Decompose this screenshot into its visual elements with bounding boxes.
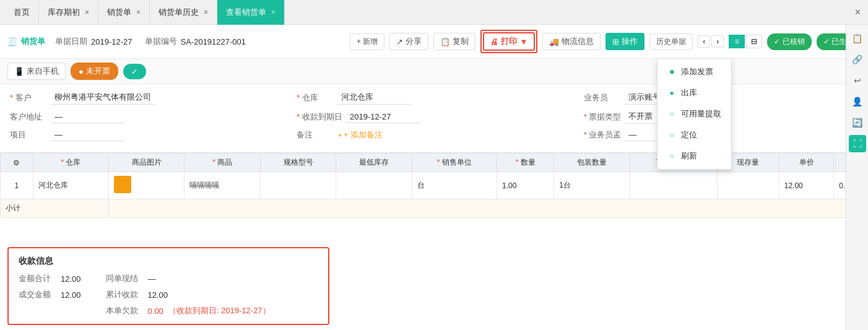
tab-view-sales-label: 查看销货单 [226, 7, 266, 18]
history-button[interactable]: 历史单据 [649, 33, 693, 50]
tab-inventory-close[interactable]: × [85, 8, 89, 17]
tab-bar: 首页 库存期初 × 销货单 × 销货单历史 × 查看销货单 × × [0, 0, 868, 25]
view-list-btn[interactable]: ≡ [729, 35, 745, 48]
sidebar-return-icon[interactable]: ↩ [849, 72, 866, 89]
doc-title-text: 销货单 [21, 36, 45, 47]
circle-icon-3: ○ [667, 131, 676, 139]
doc-number-value: SA-20191227-001 [181, 37, 246, 46]
payment-owed-label: 本单欠款 [106, 305, 143, 316]
nav-next[interactable]: › [711, 35, 724, 48]
warehouse-field: 仓库 河北仓库 [297, 90, 571, 105]
customer-value: 柳州粤港平安气体有限公司 [51, 90, 155, 105]
share-label: 分享 [406, 36, 422, 47]
pay-date-field: 收款到期日 2019-12-27 [297, 111, 571, 123]
bottom-section: 收款信息 金额合计 12.00 成交金额 12.00 同单现结 — [0, 242, 868, 330]
refresh-label: 刷新 [681, 150, 697, 162]
menu-available-pickup[interactable]: ○ 可用量提取 [658, 103, 731, 124]
payment-cumulative-item: 累计收款 12.00 [106, 289, 271, 300]
payment-same-label: 同单现结 [106, 273, 143, 284]
plus-icon: + [337, 131, 342, 140]
doc-date-label: 单据日期 [55, 36, 87, 47]
dropdown-menu: ■ 添加发票 ● 出库 ○ 可用量提取 ○ 定位 ○ 刷新 [657, 58, 732, 170]
sidebar-expand-icon[interactable]: ⛶ [849, 135, 866, 152]
ticket-type-label: 票据类型 [584, 111, 622, 123]
row-pack-qty: 1台 [554, 172, 630, 199]
out-warehouse-label: 出库 [681, 87, 697, 98]
row-quantity: 1.00 [497, 172, 554, 199]
not-opened-icon: ● [79, 67, 84, 76]
logistics-label: 物流信息 [562, 36, 594, 47]
payment-col-2: 同单现结 — 累计收款 12.00 本单欠款 0.00 （收款到期日: 2019… [106, 273, 271, 316]
nav-arrows: ‹ › [698, 35, 724, 48]
tab-view-sales[interactable]: 查看销货单 × [217, 0, 285, 25]
tab-home[interactable]: 首页 [5, 0, 39, 25]
copy-button[interactable]: 📋 复制 [433, 33, 475, 50]
new-button[interactable]: + 新增 [350, 33, 384, 50]
payment-total-item: 金额合计 12.00 [19, 273, 81, 284]
pay-date-value: 2019-12-27 [346, 111, 420, 123]
menu-out-warehouse[interactable]: ● 出库 [658, 82, 731, 103]
toolbar: + 新增 ↗ 分享 📋 复制 🖨 打印 ▼ 🚚 物流信息 ⊞ [350, 30, 861, 53]
sold-status-btn[interactable]: ✓ 已核销 [767, 33, 811, 50]
tab-inventory[interactable]: 库存期初 × [39, 0, 98, 25]
subtotal-label: 小计 [1, 199, 109, 218]
logistics-button[interactable]: 🚚 物流信息 [542, 33, 601, 50]
col-price: 单价 [779, 154, 834, 172]
nav-prev[interactable]: ‹ [698, 35, 710, 48]
sidebar-sync-icon[interactable]: 🔄 [849, 114, 866, 131]
phone-icon: 📱 [14, 67, 24, 76]
data-table: ⚙ 仓库 商品图片 商品 规格型号 最低库存 销售单位 数量 包装数量 可用量（… [0, 153, 868, 218]
circle-icon-2: ○ [667, 110, 676, 118]
product-image [114, 176, 131, 193]
window-close-button[interactable]: × [855, 7, 861, 18]
doc-icon: 🧾 [7, 37, 17, 46]
menu-refresh[interactable]: ○ 刷新 [658, 145, 731, 167]
col-warehouse: 仓库 [33, 154, 108, 172]
sidebar-link-icon[interactable]: 🔗 [849, 51, 866, 68]
tab-view-sales-close[interactable]: × [271, 8, 276, 17]
staff-label: 业务员 [584, 92, 621, 103]
customer-field: 客户 柳州粤港平安气体有限公司 [10, 90, 284, 105]
tab-sales[interactable]: 销货单 × [98, 0, 150, 25]
print-button[interactable]: 🖨 打印 ▼ [483, 32, 535, 51]
payment-rows: 金额合计 12.00 成交金额 12.00 同单现结 — 累计收款 [19, 273, 318, 316]
operations-button[interactable]: ⊞ 操作 [605, 33, 644, 50]
payment-owed-item: 本单欠款 0.00 （收款到期日: 2019-12-27） [106, 305, 271, 316]
staff2-label: 业务员孟 [584, 129, 622, 141]
tab-sales-close[interactable]: × [136, 8, 141, 17]
locate-label: 定位 [681, 129, 697, 141]
doc-date-value: 2019-12-27 [91, 37, 132, 46]
sidebar-doc-icon[interactable]: 📋 [849, 30, 866, 47]
menu-locate[interactable]: ○ 定位 [658, 124, 731, 145]
row-min-stock [336, 172, 412, 199]
doc-title: 🧾 销货单 [7, 36, 45, 47]
add-invoice-label: 添加发票 [681, 66, 713, 77]
row-seq: 1 [1, 172, 33, 199]
payment-deal-label: 成交金额 [19, 289, 56, 300]
menu-add-invoice[interactable]: ■ 添加发票 [658, 61, 731, 82]
view-grid-btn[interactable]: ⊟ [746, 35, 762, 48]
address-field: 客户地址 — [10, 111, 284, 123]
share-button[interactable]: ↗ 分享 [389, 33, 428, 50]
payment-same-value: — [148, 274, 156, 284]
tab-sales-label: 销货单 [107, 7, 131, 18]
project-value: — [51, 129, 125, 141]
available-pickup-label: 可用量提取 [681, 108, 721, 119]
payment-cumulative-label: 累计收款 [106, 289, 143, 300]
not-opened-button[interactable]: ● 未开票 [71, 63, 118, 80]
from-phone-label: 来自手机 [27, 66, 59, 77]
check-button[interactable]: ✓ [123, 64, 146, 79]
sidebar-user-icon[interactable]: 👤 [849, 93, 866, 110]
project-label: 项目 [10, 129, 47, 141]
tab-sales-history[interactable]: 销货单历史 × [150, 0, 217, 25]
tab-sales-history-close[interactable]: × [204, 8, 208, 17]
row-warehouse: 河北仓库 [33, 172, 108, 199]
from-phone-button[interactable]: 📱 来自手机 [7, 63, 66, 80]
payment-same-item: 同单现结 — [106, 273, 271, 284]
payment-cumulative-value: 12.00 [148, 290, 168, 300]
add-note-button[interactable]: + + 添加备注 [337, 129, 383, 141]
doc-date-field: 单据日期 2019-12-27 [55, 36, 132, 47]
action-bar: 📱 来自手机 ● 未开票 ✓ [0, 59, 868, 84]
doc-header: 🧾 销货单 单据日期 2019-12-27 单据编号 SA-20191227-0… [0, 25, 868, 59]
grid-icon: ⊞ [612, 37, 619, 46]
